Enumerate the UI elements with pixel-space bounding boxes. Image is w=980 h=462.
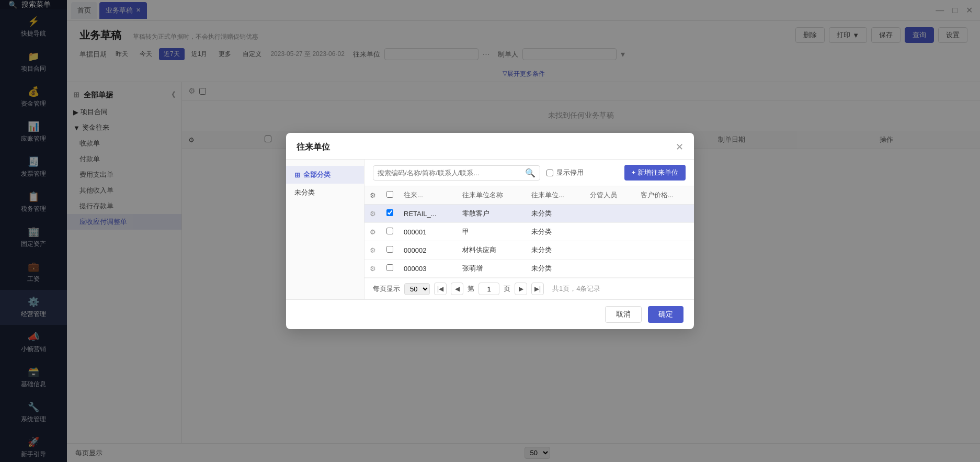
- per-page-label: 每页显示: [373, 284, 400, 294]
- cell-price-level: [635, 260, 694, 278]
- cell-code: 000002: [398, 241, 457, 260]
- show-disabled-checkbox[interactable]: [546, 170, 553, 176]
- dialog-table-header-row: ⚙ 往来... 往来单位名称 往来单位... 分管人员 客户价格...: [364, 186, 694, 205]
- dialog-footer: 取消 确定: [286, 299, 694, 329]
- page-first-btn[interactable]: |◀: [434, 283, 447, 295]
- page-next-btn[interactable]: ▶: [515, 283, 527, 295]
- cell-checkbox[interactable]: [381, 260, 398, 278]
- cell-checkbox[interactable]: [381, 241, 398, 260]
- dialog-table: ⚙ 往来... 往来单位名称 往来单位... 分管人员 客户价格... ⚙: [364, 186, 694, 278]
- col-price-level: 客户价格...: [635, 186, 694, 205]
- dialog-left-nav: ⊞ 全部分类 未分类: [286, 160, 364, 299]
- page-number-input[interactable]: [478, 283, 499, 295]
- col-name: 往来单位名称: [457, 186, 526, 205]
- page-last-btn[interactable]: ▶|: [531, 283, 544, 295]
- cell-name: 零散客户: [457, 205, 526, 223]
- dialog-close-icon[interactable]: ✕: [676, 141, 683, 153]
- cell-settings: ⚙: [364, 223, 381, 241]
- confirm-button[interactable]: 确定: [648, 306, 683, 323]
- dialog-body: ⊞ 全部分类 未分类 🔍 显示停用: [286, 160, 694, 299]
- cell-category: 未分类: [526, 205, 585, 223]
- dialog-table-row[interactable]: ⚙ RETAIL_... 零散客户 未分类: [364, 205, 694, 223]
- cell-manager: [585, 260, 635, 278]
- dialog-header: 往来单位 ✕: [286, 133, 694, 160]
- dialog-select-all-checkbox[interactable]: [386, 191, 393, 198]
- col-category: 往来单位...: [526, 186, 585, 205]
- cell-code: RETAIL_...: [398, 205, 457, 223]
- cell-name: 材料供应商: [457, 241, 526, 260]
- partner-search-box: 🔍: [373, 165, 540, 181]
- cell-code: 000003: [398, 260, 457, 278]
- col-settings: ⚙: [364, 186, 381, 205]
- dialog-title: 往来单位: [297, 142, 330, 153]
- total-label: 共1页，4条记录: [552, 284, 600, 294]
- col-select: [381, 186, 398, 205]
- page-prev-btn[interactable]: ◀: [451, 283, 463, 295]
- dialog-table-row[interactable]: ⚙ 000003 张萌增 未分类: [364, 260, 694, 278]
- dialog-table-row[interactable]: ⚙ 000001 甲 未分类: [364, 223, 694, 241]
- dialog-overlay[interactable]: 往来单位 ✕ ⊞ 全部分类 未分类 🔍: [0, 0, 980, 462]
- dialog-nav-unclassified[interactable]: 未分类: [286, 184, 364, 201]
- page-label: 第: [468, 284, 474, 294]
- cell-manager: [585, 205, 635, 223]
- col-code: 往来...: [398, 186, 457, 205]
- cell-code: 000001: [398, 223, 457, 241]
- cell-manager: [585, 241, 635, 260]
- cell-manager: [585, 223, 635, 241]
- cell-category: 未分类: [526, 223, 585, 241]
- search-icon: 🔍: [525, 168, 535, 178]
- cell-name: 甲: [457, 223, 526, 241]
- show-disabled-checkbox-label[interactable]: 显示停用: [546, 168, 584, 177]
- dialog-right-content: 🔍 显示停用 + 新增往来单位 ⚙: [364, 160, 694, 299]
- cell-price-level: [635, 223, 694, 241]
- cell-settings: ⚙: [364, 260, 381, 278]
- add-partner-button[interactable]: + 新增往来单位: [624, 165, 686, 181]
- cell-checkbox[interactable]: [381, 223, 398, 241]
- cell-settings: ⚙: [364, 241, 381, 260]
- grid-icon-small: ⊞: [294, 171, 300, 179]
- cell-checkbox[interactable]: [381, 205, 398, 223]
- dialog-table-wrap: ⚙ 往来... 往来单位名称 往来单位... 分管人员 客户价格... ⚙: [364, 186, 694, 278]
- dialog-pagination: 每页显示 50 |◀ ◀ 第 页 ▶ ▶| 共1页，4条记录: [364, 278, 694, 299]
- col-manager: 分管人员: [585, 186, 635, 205]
- cell-settings: ⚙: [364, 205, 381, 223]
- cell-price-level: [635, 205, 694, 223]
- dialog-toolbar: 🔍 显示停用 + 新增往来单位: [364, 160, 694, 186]
- cell-category: 未分类: [526, 260, 585, 278]
- per-page-select[interactable]: 50: [404, 283, 430, 295]
- cell-price-level: [635, 241, 694, 260]
- page-unit-label: 页: [504, 284, 510, 294]
- cancel-button[interactable]: 取消: [605, 306, 642, 323]
- cell-name: 张萌增: [457, 260, 526, 278]
- dialog-nav-all[interactable]: ⊞ 全部分类: [286, 166, 364, 184]
- dialog-table-row[interactable]: ⚙ 000002 材料供应商 未分类: [364, 241, 694, 260]
- cell-category: 未分类: [526, 241, 585, 260]
- partner-dialog: 往来单位 ✕ ⊞ 全部分类 未分类 🔍: [286, 133, 694, 329]
- partner-search-input[interactable]: [378, 169, 522, 177]
